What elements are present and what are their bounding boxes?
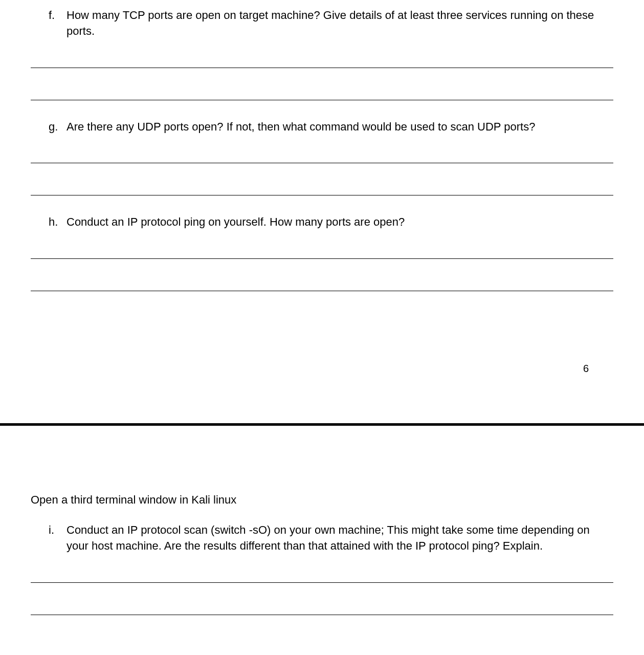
answer-line [31, 291, 613, 291]
answer-line [31, 163, 613, 163]
question-text: How many TCP ports are open on target ma… [66, 8, 613, 39]
question-text: Conduct an IP protocol scan (switch -sO)… [66, 522, 613, 554]
question-marker: i. [49, 522, 66, 538]
question-i: i. Conduct an IP protocol scan (switch -… [31, 522, 613, 554]
page-section-lower: Open a third terminal window in Kali lin… [0, 426, 644, 654]
question-h: h. Conduct an IP protocol ping on yourse… [31, 214, 613, 230]
question-f: f. How many TCP ports are open on target… [31, 8, 613, 39]
question-marker: f. [49, 8, 66, 24]
answer-line [31, 68, 613, 68]
instruction-text: Open a third terminal window in Kali lin… [31, 492, 613, 508]
question-text: Conduct an IP protocol ping on yourself.… [66, 214, 613, 230]
question-g: g. Are there any UDP ports open? If not,… [31, 119, 613, 135]
question-marker: g. [49, 119, 66, 135]
page-section-upper: f. How many TCP ports are open on target… [0, 0, 644, 395]
answer-line [31, 582, 613, 583]
answer-line [31, 258, 613, 259]
answer-line [31, 195, 613, 195]
question-text: Are there any UDP ports open? If not, th… [66, 119, 613, 135]
question-marker: h. [49, 214, 66, 230]
answer-line [31, 615, 613, 615]
answer-line [31, 100, 613, 100]
page-number: 6 [31, 363, 613, 375]
